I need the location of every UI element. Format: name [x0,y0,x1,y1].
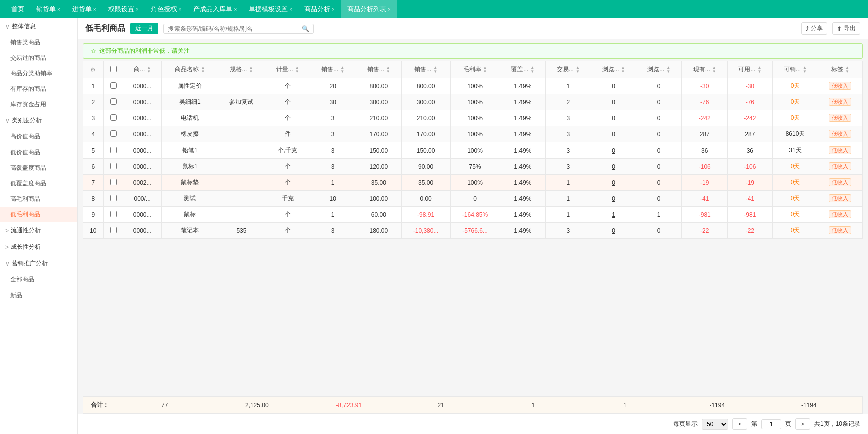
row-checkbox[interactable] [103,142,123,159]
sidebar-group-流通性分析[interactable]: >流通性分析 [0,222,77,239]
row-tag: 低收入 [818,191,862,207]
select-all-checkbox[interactable] [110,66,117,72]
row-no: 3 [83,110,104,126]
sidebar-group-类别度分析[interactable]: ∨类别度分析 [0,112,77,129]
nav-close-icon[interactable]: × [234,7,237,12]
sidebar-group-arrow: ∨ [5,117,10,124]
row-checkbox[interactable] [103,159,123,175]
nav-item-首页[interactable]: 首页 [5,0,30,18]
col-coverage[interactable]: 覆盖...▲▼ [500,61,546,78]
sidebar-item-商品分类助销率[interactable]: 商品分类助销率 [0,66,77,81]
col-code[interactable]: 商...▲▼ [123,61,161,78]
sidebar-item-有库存的商品[interactable]: 有库存的商品 [0,81,77,97]
sidebar-group-整体信息[interactable]: ∨整体信息 [0,18,77,35]
sidebar-item-低价值商品[interactable]: 低价值商品 [0,144,77,160]
sidebar-item-高价值商品[interactable]: 高价值商品 [0,129,77,144]
nav-close-icon[interactable]: × [289,7,292,12]
row-browse1[interactable]: 0 [591,110,636,126]
row-browse1[interactable]: 0 [591,159,636,175]
row-browse1[interactable]: 0 [591,191,636,207]
col-checkbox[interactable] [103,61,123,78]
nav-item-销货单[interactable]: 销货单× [30,0,66,18]
col-sellable-days[interactable]: 可销...▲▼ [773,61,818,78]
row-select-checkbox[interactable] [110,179,117,185]
share-button[interactable]: ⤴ 分享 [801,22,827,35]
nav-item-商品分析[interactable]: 商品分析× [298,0,341,18]
col-browse1[interactable]: 浏览...▲▼ [591,61,636,78]
col-name[interactable]: 商品名称▲▼ [161,61,218,78]
row-select-checkbox[interactable] [110,98,117,105]
row-name: 测试 [161,191,218,207]
col-browse2[interactable]: 浏览...▲▼ [636,61,682,78]
col-unit[interactable]: 计量...▲▼ [265,61,310,78]
sidebar-item-销售类商品[interactable]: 销售类商品 [0,35,77,50]
nav-item-进货单[interactable]: 进货单× [66,0,102,18]
nav-close-icon[interactable]: × [388,7,391,12]
row-select-checkbox[interactable] [110,195,117,201]
col-spec[interactable]: 规格...▲▼ [218,61,265,78]
row-browse1[interactable]: 0 [591,142,636,159]
row-checkbox[interactable] [103,207,123,223]
prev-page-button[interactable]: ＜ [732,418,747,430]
nav-item-角色授权[interactable]: 角色授权× [145,0,188,18]
row-checkbox[interactable] [103,175,123,191]
sidebar-item-全部商品[interactable]: 全部商品 [0,272,77,287]
search-input[interactable] [168,25,302,32]
row-checkbox[interactable] [103,110,123,126]
row-select-checkbox[interactable] [110,163,117,169]
export-button[interactable]: ⬆ 导出 [832,22,860,35]
sidebar-item-低毛利商品[interactable]: 低毛利商品 [0,207,77,222]
row-spec [218,191,265,207]
col-gross-margin[interactable]: 毛利率▲▼ [450,61,500,78]
row-browse1[interactable]: 0 [591,223,636,239]
nav-close-icon[interactable]: × [57,7,60,12]
nav-item-产成品入库单[interactable]: 产成品入库单× [187,0,243,18]
row-checkbox[interactable] [103,126,123,142]
row-checkbox[interactable] [103,94,123,110]
sidebar-item-高毛利商品[interactable]: 高毛利商品 [0,191,77,207]
row-browse1[interactable]: 0 [591,126,636,142]
row-select-checkbox[interactable] [110,227,117,233]
per-page-select[interactable]: 2050100 [702,419,728,430]
row-browse1[interactable]: 0 [591,175,636,191]
row-select-checkbox[interactable] [110,211,117,217]
row-checkbox[interactable] [103,78,123,94]
col-trade-count[interactable]: 交易...▲▼ [546,61,591,78]
next-page-button[interactable]: ＞ [795,418,810,430]
row-select-checkbox[interactable] [110,147,117,153]
sidebar-group-成长性分析[interactable]: >成长性分析 [0,239,77,255]
col-available-stock[interactable]: 可用...▲▼ [727,61,773,78]
sidebar-group-营销推广分析[interactable]: ∨营销推广分析 [0,255,77,272]
nav-close-icon[interactable]: × [136,7,139,12]
col-sales-qty[interactable]: 销售...▲▼ [310,61,356,78]
search-icon[interactable]: 🔍 [302,25,309,32]
row-checkbox[interactable] [103,191,123,207]
sidebar-item-交易过的商品[interactable]: 交易过的商品 [0,50,77,66]
col-gear[interactable]: ⚙ [83,61,104,78]
row-select-checkbox[interactable] [110,130,117,137]
row-browse1[interactable]: 1 [591,207,636,223]
nav-item-权限设置[interactable]: 权限设置× [102,0,145,18]
sidebar-item-高覆盖度商品[interactable]: 高覆盖度商品 [0,160,77,176]
sidebar-item-库存资金占用[interactable]: 库存资金占用 [0,97,77,112]
page-input[interactable] [761,419,781,429]
row-checkbox[interactable] [103,223,123,239]
nav-close-icon[interactable]: × [332,7,335,12]
col-sales-profit[interactable]: 销售...▲▼ [401,61,450,78]
row-select-checkbox[interactable] [110,114,117,121]
col-tag[interactable]: 标签▲▼ [818,61,862,78]
row-browse1[interactable]: 0 [591,78,636,94]
nav-close-icon[interactable]: × [93,7,96,12]
row-select-checkbox[interactable] [110,82,117,89]
row-browse1[interactable]: 0 [591,94,636,110]
nav-item-商品分析列表[interactable]: 商品分析列表× [341,0,397,18]
filter-button[interactable]: 近一月 [130,23,158,34]
nav-close-icon[interactable]: × [179,7,182,12]
col-current-stock[interactable]: 现有...▲▼ [681,61,727,78]
sidebar-item-新品[interactable]: 新品 [0,287,77,303]
table-container[interactable]: ⚙ 商...▲▼ 商品名称▲▼ 规格...▲▼ 计量...▲▼ 销售...▲▼ … [78,61,868,396]
nav-item-单据模板设置[interactable]: 单据模板设置× [243,0,298,18]
col-sales-amount[interactable]: 销售...▲▼ [356,61,402,78]
sidebar-item-低覆盖度商品[interactable]: 低覆盖度商品 [0,176,77,191]
row-sellable-days: 8610天 [773,126,818,142]
